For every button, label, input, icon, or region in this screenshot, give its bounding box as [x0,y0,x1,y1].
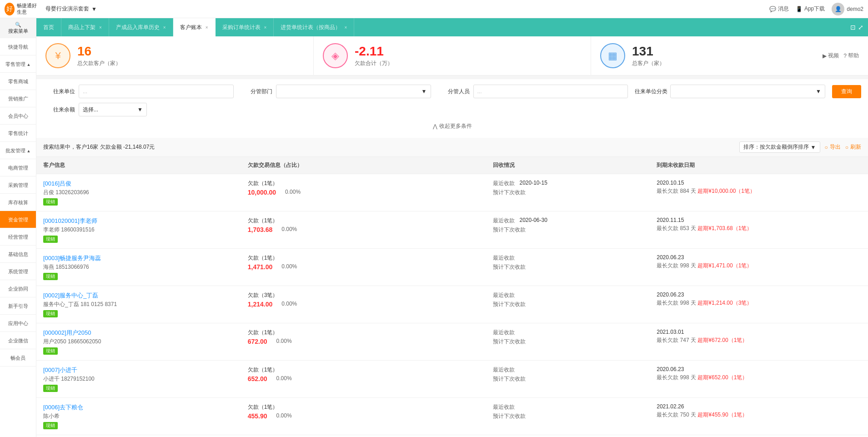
sidebar-item-apps[interactable]: 应用中心 [0,315,36,332]
sidebar-item-finance[interactable]: 资金管理 [0,211,36,228]
debt-row-5: 652.00 0.00% [248,374,493,382]
overdue-link-5[interactable]: 超期¥652.00（1笔） [697,374,748,381]
sidebar-item-wechat[interactable]: 企业微信 [0,332,36,349]
tab-products[interactable]: 商品上下架 × [61,18,109,36]
customer-cell-0: [0016]吕俊 吕俊 13026203696 现销 [43,180,248,206]
sidebar-item-system[interactable]: 系统管理 [0,263,36,280]
tab-home[interactable]: 首页 [36,18,61,36]
sidebar-item-enterprise[interactable]: 企业协同 [0,280,36,297]
balance-select[interactable]: 选择... ▼ [79,103,147,116]
top-bar-right: 💬 消息 📱 App下载 👤 demo2 [769,3,863,15]
tab-inbound[interactable]: 进货单统计表（按商品） × [274,18,354,36]
col-header-date: 到期未收款日期 [657,161,861,169]
overdue-link-6[interactable]: 超期¥455.90（1笔） [697,412,748,418]
customer-name-5[interactable]: [0007]小进千 [43,366,248,374]
stat-text-3: 131 总客户（家） [632,44,665,67]
stat-card-right: ▶ 视频 ? 帮助 [823,52,859,60]
sidebar-item-newbie[interactable]: 新手引导 [0,297,36,315]
video-btn[interactable]: ▶ 视频 [823,52,839,60]
person-label: 分管人员 [438,88,470,95]
overdue-link-4[interactable]: 超期¥672.00（1笔） [697,337,748,343]
customer-name-6[interactable]: [0006]去下粮仓 [43,403,248,412]
window-expand-icon[interactable]: ⤢ [858,24,863,31]
debt-cell-3: 欠款（3笔） 1,214.00 0.00% [248,291,493,317]
category-select[interactable]: ▼ [670,85,825,98]
tab-purchase[interactable]: 采购订单统计表 × [216,18,274,36]
refresh-icon: ○ [845,144,848,151]
tab-inbound-close[interactable]: × [344,25,347,30]
search-button[interactable]: 查询 [832,85,861,98]
video-label: 视频 [828,52,839,60]
tab-customer[interactable]: 客户账本 × [173,18,216,36]
recovery-row-3: 最近收款 [493,291,657,299]
refresh-button[interactable]: ○ 刷新 [845,143,861,151]
filter-category: 往来单位分类 ▼ [635,85,825,98]
dept-select[interactable]: ▼ [276,85,431,98]
app-download-btn[interactable]: 📱 App下载 [796,5,825,13]
debt-cell-2: 欠款（1笔） 1,471.00 0.00% [248,254,493,280]
sidebar-item-batch-mgmt[interactable]: 批发管理 ▲ [0,142,36,159]
debt-percent-1: 0.00% [281,226,297,232]
customer-name-3[interactable]: [0002]服务中心_丁磊 [43,291,248,300]
sidebar-item-retail-mgmt[interactable]: 零售管理 ▲ [0,55,36,73]
sidebar-item-operations[interactable]: 经营管理 [0,228,36,246]
customer-name-0[interactable]: [0016]吕俊 [43,180,248,188]
debt-percent-0: 0.00% [285,189,301,195]
debt-count-2: 欠款（1笔） [248,254,493,262]
tab-purchase-close[interactable]: × [264,25,267,30]
customer-name-2[interactable]: [0003]畅捷服务尹海蕊 [43,254,248,262]
sidebar-item-basic-info[interactable]: 基础信息 [0,246,36,263]
sidebar-item-vip[interactable]: 畅会员 [0,349,36,367]
sidebar-item-quick-nav[interactable]: 快捷导航 [0,38,36,55]
message-btn[interactable]: 💬 消息 [769,5,789,13]
sidebar-item-ecommerce[interactable]: 电商管理 [0,159,36,176]
window-restore-icon[interactable]: ⊡ [850,24,856,31]
sidebar-item-inventory[interactable]: 库存核算 [0,194,36,211]
demo-select[interactable]: 母婴行业演示套套 ▼ [45,5,97,13]
customer-name-1[interactable]: [0001020001]李老师 [43,217,248,225]
supplier-dots: ... [83,88,87,95]
help-btn[interactable]: ? 帮助 [843,52,859,60]
customer-name-4[interactable]: [000002]用户2050 [43,329,248,337]
debt-row-2: 1,471.00 0.00% [248,262,493,271]
customer-badge-3: 现销 [43,310,58,317]
sidebar-item-marketing[interactable]: 营销推广 [0,90,36,107]
dropdown-arrow: ▼ [91,6,97,12]
sidebar-item-purchase[interactable]: 采购管理 [0,176,36,194]
overdue-link-3[interactable]: 超期¥1,214.00（3笔） [697,300,752,306]
filter-row-2: 往来余额 选择... ▼ [43,103,861,116]
sidebar-item-retail-mall[interactable]: 零售商城 [0,73,36,90]
tab-production-close[interactable]: × [163,25,166,30]
search-icon: 🔍 [4,22,32,28]
username: demo2 [847,6,863,12]
col-header-recovery: 回收情况 [493,161,657,169]
recovery-row-4: 最近收款 [493,329,657,337]
recovery-cell-6: 最近收款 预计下次收款 [493,403,657,429]
table-row: [000001]黄思源 黄思源 13552700226 现销 欠款（1笔） 42… [36,435,868,437]
sidebar-search[interactable]: 🔍 搜索菜单 [0,18,36,38]
overdue-link-2[interactable]: 超期¥1,471.00（1笔） [697,262,752,269]
customer-phone-4: 用户2050 18665062050 [43,338,248,346]
overdue-link-0[interactable]: 超期¥10,000.00（1笔） [697,188,755,194]
stat-icon-2: ◈ [323,43,348,68]
sidebar-item-member[interactable]: 会员中心 [0,107,36,125]
tab-inbound-label: 进货单统计表（按商品） [281,24,341,31]
next-collect-3: 预计下次收款 [493,301,657,308]
stat-value-2: -2.11 [355,44,393,59]
sort-select[interactable]: 排序：按欠款金额倒序排序 ▼ [739,141,820,153]
tab-products-close[interactable]: × [99,25,102,30]
table-header: 客户信息 欠款交易信息（占比） 回收情况 到期未收款日期 [36,157,868,174]
app-container: 好 畅捷通好生意 母婴行业演示套套 ▼ 💬 消息 📱 App下载 👤 demo [0,0,868,437]
export-button[interactable]: ○ 导出 [825,143,841,151]
tab-customer-label: 客户账本 [180,24,202,31]
tab-production[interactable]: 产成品入库单历史 × [109,18,173,36]
stat-text-2: -2.11 欠款合计（万） [355,44,393,67]
tab-customer-close[interactable]: × [206,25,208,30]
user-avatar[interactable]: 👤 demo2 [832,3,863,15]
tab-purchase-label: 采购订单统计表 [222,24,261,31]
overdue-link-1[interactable]: 超期¥1,703.68（1笔） [697,225,752,231]
person-input[interactable]: ... [473,85,628,98]
sidebar-item-retail-stats[interactable]: 零售统计 [0,125,36,142]
supplier-input[interactable]: ... [79,85,234,98]
collapse-button[interactable]: ⋀ 收起更多条件 [43,120,861,132]
